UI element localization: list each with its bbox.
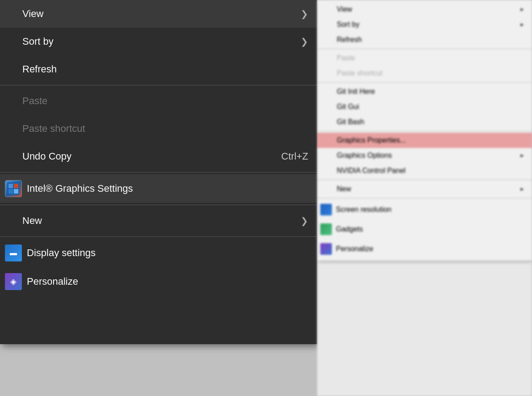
light-menu-item-paste[interactable]: Paste <box>317 51 532 66</box>
light-menu-label-graphics-options: Graphics Options <box>337 152 519 160</box>
light-menu-label-nvidia: NVIDIA Control Panel <box>337 167 525 175</box>
personalize-small-icon <box>320 243 332 255</box>
light-context-menu-wrapper: View ► Sort by ► Refresh Paste Paste sho… <box>317 0 532 396</box>
light-divider-3 <box>317 131 532 131</box>
display-settings-icon <box>4 244 22 262</box>
dark-menu-item-intel-graphics[interactable]: Intel® Graphics Settings <box>0 174 317 203</box>
dark-menu-item-personalize[interactable]: Personalize <box>0 267 317 296</box>
dark-divider-3 <box>0 205 317 205</box>
intel-graphics-icon <box>4 180 22 198</box>
chevron-right-icon-light-view: ► <box>519 6 525 13</box>
light-menu-item-view[interactable]: View ► <box>317 2 532 17</box>
light-menu-item-refresh[interactable]: Refresh <box>317 32 532 47</box>
light-menu-item-nvidia[interactable]: NVIDIA Control Panel <box>317 163 532 178</box>
dark-divider-2 <box>0 172 317 173</box>
light-menu-label-git-init: Git Init Here <box>337 88 525 96</box>
light-context-menu: View ► Sort by ► Refresh Paste Paste sho… <box>317 0 532 261</box>
light-menu-item-git-gui[interactable]: Git Gui <box>317 99 532 114</box>
dark-menu-label-undo-copy: Undo Copy <box>22 151 264 162</box>
light-menu-item-graphics-properties[interactable]: Graphics Properties... <box>317 133 532 148</box>
light-menu-item-paste-shortcut[interactable]: Paste shortcut <box>317 66 532 81</box>
svg-rect-3 <box>8 189 13 194</box>
light-menu-item-gadgets[interactable]: Gadgets <box>317 219 532 239</box>
light-menu-item-graphics-options[interactable]: Graphics Options ► <box>317 148 532 163</box>
dark-menu-label-view: View <box>22 8 301 20</box>
light-menu-item-git-bash[interactable]: Git Bash <box>317 114 532 130</box>
dark-menu-item-paste[interactable]: Paste <box>0 87 317 115</box>
light-menu-label-view: View <box>337 5 519 13</box>
dark-menu-label-intel-graphics: Intel® Graphics Settings <box>27 183 308 194</box>
light-menu-label-graphics-properties: Graphics Properties... <box>337 136 525 144</box>
dark-menu-label-sort-by: Sort by <box>22 36 301 47</box>
personalize-icon <box>4 273 22 291</box>
intel-svg-icon <box>7 182 20 195</box>
light-divider-4 <box>317 180 532 180</box>
dark-menu-item-new[interactable]: New ❯ <box>0 207 317 235</box>
dark-menu-item-undo-copy[interactable]: Undo Copy Ctrl+Z <box>0 143 317 170</box>
dark-menu-item-display-settings[interactable]: Display settings <box>0 239 317 267</box>
svg-rect-4 <box>14 189 18 194</box>
light-menu-label-git-gui: Git Gui <box>337 103 525 111</box>
light-menu-label-git-bash: Git Bash <box>337 118 525 126</box>
light-menu-label-personalize: Personalize <box>336 245 525 253</box>
gadgets-icon <box>320 223 332 236</box>
light-menu-label-paste: Paste <box>337 54 525 62</box>
dark-menu-item-view[interactable]: View ❯ <box>0 0 317 28</box>
dark-divider-1 <box>0 85 317 85</box>
dark-menu-label-new: New <box>22 215 301 227</box>
dark-menu-item-refresh[interactable]: Refresh <box>0 55 317 83</box>
dark-menu-item-paste-shortcut[interactable]: Paste shortcut <box>0 115 317 143</box>
light-menu-item-personalize[interactable]: Personalize <box>317 239 532 259</box>
light-divider-1 <box>317 49 532 49</box>
dark-menu-label-paste-shortcut: Paste shortcut <box>22 123 308 135</box>
personalize-icon-graphic <box>5 273 22 290</box>
screen-resolution-icon <box>320 203 332 216</box>
light-menu-item-git-init[interactable]: Git Init Here <box>317 84 532 99</box>
chevron-right-icon-light-graphics: ► <box>519 152 525 159</box>
light-menu-label-sort-by: Sort by <box>337 21 519 29</box>
gadgets-icon-graphic <box>320 223 332 235</box>
dark-menu-label-personalize: Personalize <box>27 276 308 287</box>
light-menu-label-new: New <box>337 185 519 193</box>
dark-menu-shortcut-undo-copy: Ctrl+Z <box>281 151 309 162</box>
svg-rect-1 <box>8 184 13 188</box>
svg-rect-2 <box>14 184 18 188</box>
light-menu-item-new[interactable]: New ► <box>317 181 532 197</box>
dark-divider-4 <box>0 236 317 237</box>
chevron-right-icon-light-sort: ► <box>519 21 525 28</box>
light-menu-label-refresh: Refresh <box>337 36 525 44</box>
chevron-right-icon-light-new: ► <box>519 186 525 192</box>
intel-icon-graphic <box>5 180 22 197</box>
light-divider-5 <box>317 198 532 198</box>
light-menu-item-screen-res[interactable]: Screen resolution <box>317 200 532 219</box>
chevron-right-icon-new: ❯ <box>301 215 308 226</box>
light-menu-label-gadgets: Gadgets <box>336 225 525 233</box>
light-menu-label-screen-res: Screen resolution <box>336 206 525 214</box>
chevron-right-icon: ❯ <box>301 36 308 47</box>
light-menu-label-paste-shortcut: Paste shortcut <box>337 69 525 77</box>
light-divider-2 <box>317 82 532 83</box>
screen-res-icon-graphic <box>320 204 332 215</box>
dark-context-menu: View ❯ Sort by ❯ Refresh Paste Paste sho… <box>0 0 317 344</box>
chevron-right-icon: ❯ <box>301 8 308 19</box>
personalize-small-icon-graphic <box>320 243 332 255</box>
dark-menu-label-display-settings: Display settings <box>27 247 308 259</box>
dark-menu-label-paste: Paste <box>22 95 308 107</box>
dark-menu-item-sort-by[interactable]: Sort by ❯ <box>0 28 317 55</box>
light-menu-item-sort-by[interactable]: Sort by ► <box>317 17 532 32</box>
display-icon-graphic <box>5 244 22 261</box>
dark-menu-label-refresh: Refresh <box>22 63 308 75</box>
